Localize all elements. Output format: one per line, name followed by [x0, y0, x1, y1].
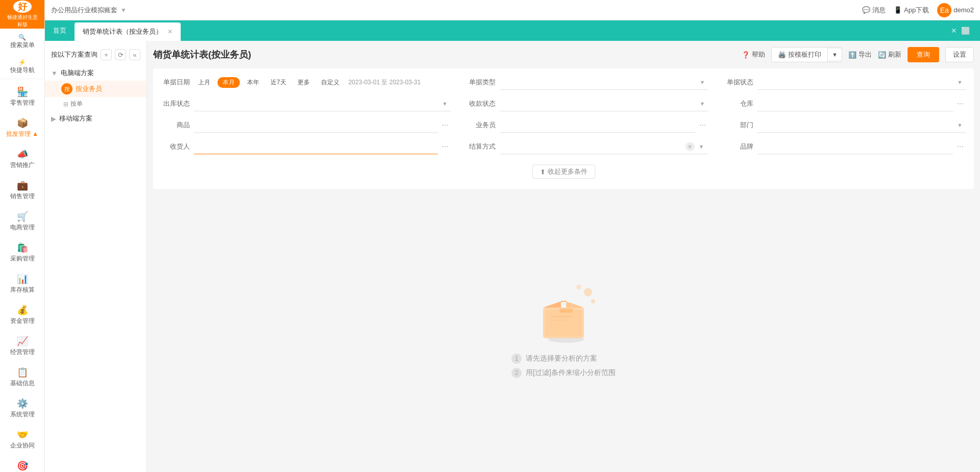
sidebar-item-ecommerce[interactable]: 🛒 电商管理: [0, 206, 44, 237]
filter-row-1: 单据日期 上月 本月 本年 近7天 更多 自定义 2023-03-01 至 20…: [161, 75, 966, 90]
message-btn[interactable]: 💬 消息: [862, 6, 886, 15]
user-avatar: Ea: [937, 3, 951, 17]
tab-controls: ✕ ⬜: [951, 27, 976, 35]
refresh-scheme-btn[interactable]: ⟳: [115, 49, 126, 60]
warehouse-dots[interactable]: ···: [955, 99, 966, 108]
tabbar: 首页 销货单统计表（按业务员） ✕ ✕ ⬜: [45, 20, 980, 41]
filter-receiptstatus-field: 收款状态 ▼: [467, 96, 708, 111]
filter-settlement-field: 结算方式 × ▼: [467, 139, 708, 154]
sidebar-item-system[interactable]: ⚙️ 系统管理: [0, 393, 44, 424]
collapse-panel-btn[interactable]: «: [129, 49, 140, 60]
settlement-arrow[interactable]: ▼: [697, 144, 706, 150]
dept-label: 部门: [725, 121, 753, 130]
filter-row-4: 收货人 ··· 结算方式 × ▼: [161, 139, 966, 154]
tree-sub-by-order[interactable]: ⊞ 按单: [45, 97, 146, 111]
settlement-clear-btn[interactable]: ×: [685, 142, 695, 151]
template-print-arrow[interactable]: ▼: [828, 49, 842, 60]
date-btn-custom[interactable]: 自定义: [317, 77, 344, 88]
consignee-dots[interactable]: ···: [440, 142, 451, 151]
sidebar-item-operation[interactable]: 📈 经营管理: [0, 331, 44, 362]
sidebar-item-marketing[interactable]: 📣 营销推广: [0, 144, 44, 175]
template-print-label[interactable]: 🖨️ 按模板打印: [772, 48, 828, 62]
date-btn-this-month[interactable]: 本月: [217, 77, 240, 88]
sidebar: 好 畅捷通好生意标版 🔍 搜索菜单 ⚡ 快捷导航 🏪 零售管理 📦 批发管理 ▲…: [0, 0, 45, 472]
brand-input[interactable]: [757, 139, 953, 154]
user-menu[interactable]: Ea demo2: [937, 3, 974, 17]
date-btn-this-year[interactable]: 本年: [243, 77, 263, 88]
sidebar-item-wholesale[interactable]: 📦 批发管理 ▲: [0, 112, 44, 144]
printer-icon: 🖨️: [778, 51, 786, 58]
outstatus-select[interactable]: ▼: [194, 96, 451, 111]
by-salesperson-label: 按业务员: [76, 84, 102, 93]
goods-dots[interactable]: ···: [440, 121, 451, 130]
date-btn-7days[interactable]: 近7天: [266, 77, 290, 88]
page-title: 销货单统计表(按业务员): [153, 49, 251, 61]
doctype-arrow: ▼: [700, 79, 705, 85]
hint-num-2: 2: [511, 368, 522, 378]
consignee-input[interactable]: [194, 139, 438, 154]
empty-hints: 1 请先选择要分析的方案 2 用[过滤]条件来缩小分析范围: [511, 353, 616, 378]
receiptstatus-select[interactable]: ▼: [500, 96, 708, 111]
sidebar-item-quick-nav[interactable]: ⚡ 快捷导航: [0, 55, 44, 79]
topbar-dropdown-arrow[interactable]: ▼: [120, 7, 127, 14]
hint-text-2: 用[过滤]条件来缩小分析范围: [526, 368, 616, 377]
tab-close-icon[interactable]: ✕: [167, 28, 173, 35]
sidebar-item-retail[interactable]: 🏪 零售管理: [0, 81, 44, 112]
refresh-icon: 🔄: [878, 51, 886, 59]
tree-parent-mobile-label: 移动端方案: [59, 114, 92, 123]
salesperson-input[interactable]: [500, 117, 695, 133]
left-panel: 按以下方案查询 + ⟳ « ▼ 电脑端方案 按 按业务员 ⊞ 按: [45, 41, 147, 472]
goods-label: 商品: [161, 121, 190, 130]
by-order-label: 按单: [70, 100, 83, 108]
refresh-btn[interactable]: 🔄 刷新: [878, 50, 901, 59]
tab-sales-stat[interactable]: 销货单统计表（按业务员） ✕: [75, 22, 181, 41]
doctype-select[interactable]: ▼: [500, 75, 708, 90]
add-scheme-btn[interactable]: +: [101, 49, 112, 60]
home-label: 首页: [53, 26, 66, 35]
query-btn[interactable]: 查询: [908, 47, 939, 62]
help-icon: ❓: [742, 51, 750, 59]
settlement-label: 结算方式: [467, 142, 496, 151]
sidebar-item-sales[interactable]: 💼 销售管理: [0, 175, 44, 206]
sidebar-item-new-guide[interactable]: 🎯 新手引导: [0, 455, 44, 472]
date-range: 2023-03-01 至 2023-03-31: [349, 78, 421, 87]
sidebar-item-inventory[interactable]: 📊 库存核算: [0, 268, 44, 299]
settings-btn[interactable]: 设置: [945, 47, 974, 62]
docstatus-arrow: ▼: [957, 79, 963, 85]
user-name: demo2: [953, 6, 974, 14]
date-btn-more[interactable]: 更多: [293, 77, 314, 88]
svg-point-5: [584, 288, 592, 296]
salesperson-dots[interactable]: ···: [697, 121, 708, 130]
tree-child-by-salesperson[interactable]: 按 按业务员: [45, 81, 146, 97]
brand-dots[interactable]: ···: [955, 142, 966, 151]
help-btn[interactable]: ❓ 帮助: [742, 50, 765, 59]
filter-dept-field: 部门 ▼: [725, 117, 966, 133]
outstatus-label: 出库状态: [161, 99, 190, 108]
tab-home[interactable]: 首页: [45, 20, 75, 41]
dept-select[interactable]: ▼: [757, 117, 966, 133]
filter-doctype-field: 单据类型 ▼: [467, 75, 708, 90]
tree-parent-pc[interactable]: ▼ 电脑端方案: [45, 65, 146, 81]
empty-svg: [533, 282, 599, 343]
tab-maximize-icon[interactable]: ⬜: [961, 27, 970, 35]
empty-hint-2: 2 用[过滤]条件来缩小分析范围: [511, 368, 616, 378]
sidebar-item-basic-info[interactable]: 📋 基础信息: [0, 362, 44, 393]
filter-row-3: 商品 ··· 业务员 ··· 部门: [161, 117, 966, 133]
docstatus-select[interactable]: ▼: [757, 75, 966, 90]
tab-close-window-icon[interactable]: ✕: [951, 27, 957, 35]
hint-num-1: 1: [511, 353, 522, 364]
sidebar-item-enterprise[interactable]: 🤝 企业协同: [0, 424, 44, 455]
sidebar-item-purchase[interactable]: 🛍️ 采购管理: [0, 237, 44, 268]
collapse-btn[interactable]: ⬆ 收起更多条件: [532, 164, 595, 179]
warehouse-input[interactable]: [757, 96, 953, 111]
date-btn-last-month[interactable]: 上月: [194, 77, 214, 88]
export-btn[interactable]: ⬆️ 导出: [848, 50, 872, 59]
app-download-btn[interactable]: 📱 App下载: [894, 6, 929, 15]
sidebar-item-search[interactable]: 🔍 搜索菜单: [0, 29, 44, 55]
svg-point-7: [591, 299, 595, 303]
empty-state: 1 请先选择要分析的方案 2 用[过滤]条件来缩小分析范围: [153, 194, 974, 466]
template-print-btn[interactable]: 🖨️ 按模板打印 ▼: [771, 47, 842, 62]
sidebar-item-finance[interactable]: 💰 资金管理: [0, 299, 44, 331]
goods-input[interactable]: [194, 117, 438, 133]
tree-parent-mobile[interactable]: ▶ 移动端方案: [45, 111, 146, 126]
